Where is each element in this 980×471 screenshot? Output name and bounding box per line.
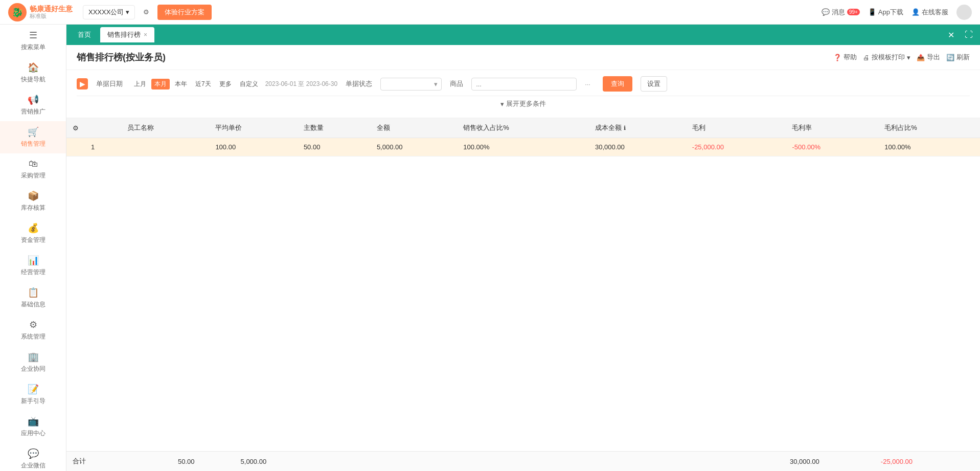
col-amount: 全额 (371, 118, 457, 138)
date-opt-thismonth[interactable]: 本月 (151, 79, 170, 89)
col-avg-price: 平均单价 (209, 118, 298, 138)
expand-row: ▾ 展开更多条件 (77, 96, 970, 111)
filter-more-btn[interactable]: ··· (585, 80, 590, 88)
sidebar-label-basic: 基础信息 (21, 300, 45, 309)
tab-bar: 首页 销售排行榜 × ✕ ⛶ (66, 25, 980, 45)
sidebar-item-wechat[interactable]: 💬 企业微信 (0, 443, 66, 471)
sidebar-label-nav: 快捷导航 (21, 75, 45, 84)
col-sales-pct: 销售收入占比% (457, 118, 589, 138)
online-service-button[interactable]: 👤 在线客服 (911, 8, 948, 17)
page-actions: ❓ 帮助 🖨 按模板打印 ▾ 📤 导出 🔄 (833, 53, 970, 62)
inventory-icon: 📦 (28, 190, 39, 201)
trial-button[interactable]: 体验行业方案 (157, 5, 212, 20)
sidebar-item-system[interactable]: ⚙ 系统管理 (0, 314, 66, 346)
export-icon: 📤 (917, 54, 925, 61)
user-avatar[interactable] (956, 5, 972, 20)
wechat-icon: 💬 (28, 448, 39, 459)
message-button[interactable]: 💬 消息 99+ (822, 8, 860, 17)
finance-icon: 💰 (28, 222, 39, 234)
company-selector[interactable]: XXXXX公司 ▾ (83, 5, 135, 19)
date-opt-thisyear[interactable]: 本年 (172, 79, 190, 89)
sidebar-item-nav[interactable]: 🏠 快捷导航 (0, 57, 66, 89)
sidebar-item-inventory[interactable]: 📦 库存核算 (0, 185, 66, 217)
print-label: 按模板打印 (872, 53, 905, 62)
sidebar-item-apps[interactable]: 📺 应用中心 (0, 411, 66, 443)
sidebar: ☰ 搜索菜单 🏠 快捷导航 📢 营销推广 🛒 销售管理 🛍 采购管理 📦 (0, 25, 66, 471)
app-icon: 📱 (868, 8, 876, 16)
table-row: 1 100.00 50.00 5,000.00 100.00% 30,000.0… (66, 138, 980, 156)
service-label: 在线客服 (922, 8, 948, 17)
home-icon: 🏠 (28, 62, 39, 73)
tab-sales-ranking-label: 销售排行榜 (107, 30, 141, 39)
cell-gross-pct: 100.00% (878, 138, 980, 156)
table-footer: 合计 50.00 5,000.00 30,000.00 -25,000.00 (66, 451, 980, 471)
status-select[interactable] (380, 78, 442, 91)
top-bar-right: 💬 消息 99+ 📱 App下载 👤 在线客服 (822, 5, 972, 20)
expand-more-btn[interactable]: ▾ 展开更多条件 (500, 99, 546, 108)
sidebar-item-operations[interactable]: 📊 经营管理 (0, 250, 66, 282)
date-opt-custom[interactable]: 自定义 (237, 79, 261, 89)
goods-input[interactable] (471, 78, 577, 91)
footer-quantity: 50.00 (178, 458, 195, 465)
company-name: XXXXX公司 (88, 8, 124, 17)
sidebar-item-sales[interactable]: 🛒 销售管理 (0, 121, 66, 153)
print-button[interactable]: 🖨 按模板打印 ▾ (863, 53, 910, 62)
apps-icon: 📺 (28, 416, 39, 427)
sidebar-label-apps: 应用中心 (21, 429, 45, 438)
cell-amount: 5,000.00 (371, 138, 457, 156)
sidebar-label-wechat: 企业微信 (21, 461, 45, 470)
logo-sub: 标准版 (30, 13, 73, 19)
settings-button[interactable]: ⚙ (139, 5, 153, 19)
col-cost: 成本全额 ℹ (589, 118, 686, 138)
date-opt-lastmonth[interactable]: 上月 (131, 79, 149, 89)
cell-gross: -25,000.00 (686, 138, 786, 156)
sidebar-item-finance[interactable]: 💰 资金管理 (0, 217, 66, 250)
sidebar-item-basic[interactable]: 📋 基础信息 (0, 282, 66, 314)
cell-settings (66, 138, 85, 156)
settings-panel-button[interactable]: 设置 (641, 76, 667, 92)
help-label: 帮助 (844, 53, 857, 62)
sidebar-label-guide: 新手引导 (21, 397, 45, 406)
query-button[interactable]: 查询 (603, 76, 632, 92)
sidebar-item-search[interactable]: ☰ 搜索菜单 (0, 25, 66, 57)
sidebar-label-collab: 企业协同 (21, 365, 45, 373)
cost-info-icon[interactable]: ℹ (624, 125, 626, 131)
export-button[interactable]: 📤 导出 (917, 53, 940, 62)
col-gross-rate: 毛利率 (786, 118, 878, 138)
logo-text: 畅康通好生意 标准版 (30, 5, 73, 20)
app-download-button[interactable]: 📱 App下载 (868, 8, 903, 17)
tab-sales-ranking[interactable]: 销售排行榜 × (100, 27, 154, 42)
filter-area: ▶ 单据日期 上月 本月 本年 近7天 更多 自定义 2023-06-01 至 … (66, 70, 980, 118)
help-icon: ❓ (833, 54, 841, 61)
print-dropdown-icon: ▾ (907, 54, 910, 61)
sidebar-label-system: 系统管理 (21, 332, 45, 341)
sidebar-item-guide[interactable]: 📝 新手引导 (0, 378, 66, 411)
date-filter-label: 单据日期 (96, 79, 123, 88)
tab-fullscreen-btn[interactable]: ⛶ (962, 29, 976, 40)
operations-icon: 📊 (28, 255, 39, 266)
sidebar-item-purchase[interactable]: 🛍 采购管理 (0, 153, 66, 185)
sidebar-label-marketing: 营销推广 (21, 107, 45, 116)
tab-close-window-btn[interactable]: ✕ (945, 29, 958, 41)
cell-quantity: 50.00 (298, 138, 371, 156)
footer-row: 合计 50.00 5,000.00 30,000.00 -25,000.00 (73, 457, 974, 466)
sidebar-label-inventory: 库存核算 (21, 204, 45, 212)
print-icon: 🖨 (863, 54, 870, 61)
date-opt-7days[interactable]: 近7天 (192, 79, 214, 89)
footer-gross: -25,000.00 (881, 458, 913, 465)
refresh-button[interactable]: 🔄 刷新 (946, 53, 970, 62)
logo: 🐉 畅康通好生意 标准版 (8, 3, 73, 21)
refresh-label: 刷新 (956, 53, 970, 62)
data-table: ⚙ 员工名称 平均单价 主数量 全额 销售收入占比% 成本全额 ℹ 毛利 毛利率 (66, 118, 980, 156)
guide-icon: 📝 (28, 384, 39, 395)
sales-icon: 🛒 (28, 126, 39, 138)
tab-home[interactable]: 首页 (71, 27, 98, 42)
col-settings[interactable]: ⚙ (66, 118, 85, 138)
sidebar-item-marketing[interactable]: 📢 营销推广 (0, 89, 66, 121)
help-button[interactable]: ❓ 帮助 (833, 53, 857, 62)
filter-row: ▶ 单据日期 上月 本月 本年 近7天 更多 自定义 2023-06-01 至 … (77, 76, 970, 92)
tab-close-icon[interactable]: × (144, 31, 147, 38)
date-opt-more[interactable]: 更多 (216, 79, 235, 89)
sidebar-item-collab[interactable]: 🏢 企业协同 (0, 346, 66, 378)
filter-collapse-arrow[interactable]: ▶ (77, 78, 88, 89)
